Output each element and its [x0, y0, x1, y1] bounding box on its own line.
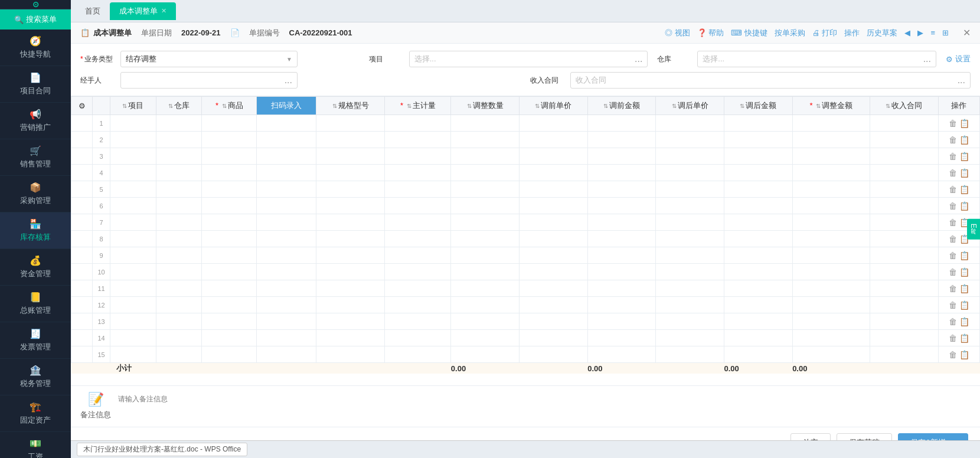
row-delete-button[interactable]: 🗑: [949, 284, 957, 293]
cell-adjust-qty[interactable]: [451, 297, 520, 313]
handler-input[interactable]: ...: [120, 72, 298, 89]
col-after-price-header[interactable]: ⇅调后单价: [656, 97, 724, 115]
right-edge-tab[interactable]: Ear: [967, 219, 980, 240]
cell-scan[interactable]: [257, 132, 316, 148]
notes-input[interactable]: [118, 392, 971, 411]
nav-prev-btn[interactable]: ◀: [904, 28, 910, 37]
cell-product[interactable]: [202, 280, 257, 297]
cell-adjust-qty[interactable]: [451, 330, 520, 346]
view-grid-icon[interactable]: ⊞: [942, 28, 949, 37]
row-delete-button[interactable]: 🗑: [949, 333, 957, 343]
cell-before-price[interactable]: [520, 148, 588, 165]
col-before-price-header[interactable]: ⇅调前单价: [520, 97, 588, 115]
cell-project[interactable]: [110, 280, 156, 297]
cell-unit[interactable]: [385, 148, 451, 165]
cell-after-amount[interactable]: [724, 247, 792, 264]
cell-warehouse[interactable]: [156, 132, 202, 148]
cell-income-contract[interactable]: [870, 313, 938, 330]
cell-adjust-qty[interactable]: [451, 132, 520, 148]
cell-unit[interactable]: [385, 330, 451, 346]
cell-before-amount[interactable]: [587, 346, 656, 363]
cell-adjust-amount[interactable]: [792, 346, 870, 363]
cell-warehouse[interactable]: [156, 280, 202, 297]
income-contract-dots-icon[interactable]: ...: [958, 75, 965, 86]
cell-warehouse[interactable]: [156, 231, 202, 247]
cell-before-price[interactable]: [520, 198, 588, 214]
cell-project[interactable]: [110, 264, 156, 280]
biz-type-input[interactable]: 结存调整 ▼: [120, 51, 298, 67]
cell-income-contract[interactable]: [870, 132, 938, 148]
cell-before-amount[interactable]: [587, 198, 656, 214]
cell-adjust-amount[interactable]: [792, 214, 870, 231]
cell-spec[interactable]: [316, 165, 385, 181]
col-scan-header[interactable]: 扫码录入: [257, 97, 316, 115]
cell-adjust-amount[interactable]: [792, 165, 870, 181]
cell-after-price[interactable]: [656, 214, 724, 231]
cell-unit[interactable]: [385, 280, 451, 297]
cell-product[interactable]: [202, 132, 257, 148]
nav-next-btn[interactable]: ▶: [917, 28, 923, 37]
cell-before-price[interactable]: [520, 115, 588, 132]
cell-spec[interactable]: [316, 181, 385, 198]
settings-label[interactable]: 设置: [955, 54, 971, 64]
cell-spec[interactable]: [316, 198, 385, 214]
cell-spec[interactable]: [316, 313, 385, 330]
cell-project[interactable]: [110, 346, 156, 363]
cell-warehouse[interactable]: [156, 198, 202, 214]
history-action[interactable]: 历史草案: [867, 28, 897, 38]
cell-warehouse[interactable]: [156, 264, 202, 280]
row-checkbox[interactable]: [71, 264, 93, 280]
cell-warehouse[interactable]: [156, 214, 202, 231]
col-product-header[interactable]: ⇅商品: [202, 97, 257, 115]
cell-adjust-qty[interactable]: [451, 264, 520, 280]
cell-scan[interactable]: [257, 231, 316, 247]
cell-income-contract[interactable]: [870, 330, 938, 346]
print-action[interactable]: 🖨 打印: [812, 28, 838, 38]
row-copy-button[interactable]: 📋: [959, 201, 969, 211]
cell-before-amount[interactable]: [587, 148, 656, 165]
cell-spec[interactable]: [316, 247, 385, 264]
row-copy-button[interactable]: 📋: [959, 333, 969, 343]
row-delete-button[interactable]: 🗑: [949, 201, 957, 211]
cell-after-price[interactable]: [656, 330, 724, 346]
sidebar-item-sales-mgmt[interactable]: 🛒 销售管理: [0, 139, 71, 176]
sidebar-search-button[interactable]: 🔍 搜索菜单: [0, 9, 71, 30]
cell-product[interactable]: [202, 346, 257, 363]
cell-project[interactable]: [110, 247, 156, 264]
cell-before-amount[interactable]: [587, 181, 656, 198]
cell-income-contract[interactable]: [870, 297, 938, 313]
col-income-contract-header[interactable]: ⇅收入合同: [870, 97, 938, 115]
operate-action[interactable]: 操作: [844, 28, 860, 38]
cell-after-amount[interactable]: [724, 280, 792, 297]
cell-after-amount[interactable]: [724, 198, 792, 214]
cell-product[interactable]: [202, 115, 257, 132]
cell-adjust-amount[interactable]: [792, 297, 870, 313]
sidebar-item-fixed-assets[interactable]: 🏗️ 固定资产: [0, 395, 71, 432]
cell-adjust-amount[interactable]: [792, 330, 870, 346]
cell-adjust-qty[interactable]: [451, 247, 520, 264]
form-close-button[interactable]: ✕: [963, 27, 971, 38]
cell-product[interactable]: [202, 247, 257, 264]
cell-unit[interactable]: [385, 346, 451, 363]
row-checkbox[interactable]: [71, 330, 93, 346]
cell-income-contract[interactable]: [870, 346, 938, 363]
handler-dots-icon[interactable]: ...: [285, 75, 292, 86]
cell-after-amount[interactable]: [724, 264, 792, 280]
cell-adjust-amount[interactable]: [792, 313, 870, 330]
cell-adjust-qty[interactable]: [451, 165, 520, 181]
cell-after-price[interactable]: [656, 280, 724, 297]
cell-project[interactable]: [110, 330, 156, 346]
row-delete-button[interactable]: 🗑: [949, 267, 957, 277]
row-copy-button[interactable]: 📋: [959, 350, 969, 359]
cell-before-amount[interactable]: [587, 313, 656, 330]
row-delete-button[interactable]: 🗑: [949, 218, 957, 227]
row-checkbox[interactable]: [71, 313, 93, 330]
cell-unit[interactable]: [385, 132, 451, 148]
cell-before-amount[interactable]: [587, 132, 656, 148]
cell-before-price[interactable]: [520, 280, 588, 297]
row-delete-button[interactable]: 🗑: [949, 135, 957, 145]
row-delete-button[interactable]: 🗑: [949, 350, 957, 359]
cell-before-amount[interactable]: [587, 297, 656, 313]
col-settings[interactable]: ⚙: [71, 97, 93, 115]
cell-product[interactable]: [202, 330, 257, 346]
